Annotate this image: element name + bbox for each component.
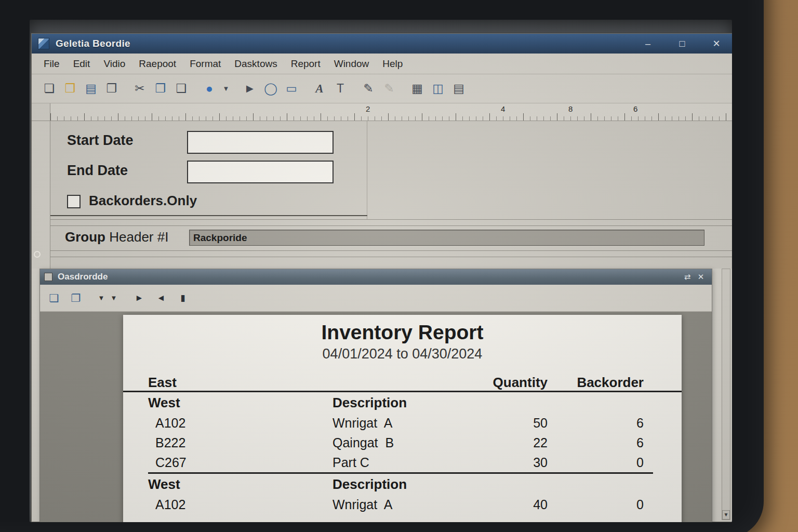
- preview-body: Inventory Report 04/01/2024 to 04/30/202…: [40, 312, 712, 522]
- menu-file[interactable]: File: [37, 55, 66, 73]
- page-dropdown-button[interactable]: ▼: [108, 288, 120, 309]
- preview-close-button[interactable]: ✕: [694, 272, 708, 282]
- scroll-down-button[interactable]: ▼: [722, 510, 730, 520]
- preview-toolbar: ❏ ❐ ▼ ▼ ► ◄ ▮: [40, 285, 712, 312]
- chevron-down-icon: ▼: [111, 294, 117, 302]
- main-toolbar: ❏ ❒ ▤ ❐ ✂ ❐ ❑ ● ▼ ► ◯ ▭ A T ✎ ✎ ▦ ◫ ▤: [32, 74, 732, 103]
- fill-color-button[interactable]: ●: [199, 78, 220, 100]
- pencil-icon: ✎: [363, 82, 373, 96]
- menu-window[interactable]: Window: [327, 55, 376, 73]
- preview-export-icon[interactable]: ⇄: [681, 272, 694, 282]
- shape-ellipse-button[interactable]: ◯: [260, 78, 281, 100]
- ruler-label: 8: [568, 104, 573, 113]
- close-button[interactable]: ✕: [709, 38, 724, 49]
- pointer-button[interactable]: ►: [240, 78, 260, 100]
- prev-page-button[interactable]: ◄: [150, 288, 172, 309]
- save-icon: ▤: [85, 82, 97, 96]
- italic-text-icon: A: [315, 82, 323, 96]
- image-button[interactable]: ◫: [428, 78, 448, 100]
- group-desc-label: Description: [332, 395, 479, 411]
- text-tool-button[interactable]: T: [330, 78, 351, 100]
- cell-description: Part C: [332, 455, 479, 470]
- end-date-label: End Date: [67, 163, 128, 179]
- menu-format[interactable]: Format: [183, 55, 228, 73]
- report-row: C267 Part C 30 0: [123, 453, 682, 472]
- page-setup-button[interactable]: ❐: [101, 78, 122, 100]
- ruler-label: 6: [633, 104, 637, 113]
- menu-report-tools[interactable]: Raepoot: [132, 55, 183, 73]
- cut-icon: ✂: [135, 82, 144, 96]
- cell-quantity: 30: [479, 455, 557, 470]
- minimize-button[interactable]: –: [641, 38, 655, 49]
- pencil-button[interactable]: ✎: [358, 78, 379, 100]
- report-button[interactable]: ▤: [448, 78, 469, 100]
- stop-icon: ▮: [180, 292, 185, 303]
- preview-title-bar[interactable]: Oasdrordde ⇄ ✕: [40, 269, 712, 285]
- pointer-icon: ►: [244, 82, 256, 96]
- preview-window-icon: [44, 273, 52, 281]
- text-tool-icon: T: [337, 82, 344, 96]
- new-document-icon: ❏: [44, 82, 55, 96]
- group-desc-label: Description: [332, 476, 479, 493]
- ruler-label: 2: [366, 104, 370, 113]
- print-report-icon: ❐: [71, 292, 81, 304]
- title-bar[interactable]: Geletia Beordie – □ ✕: [32, 34, 732, 54]
- cell-part: A102: [148, 497, 332, 512]
- italic-text-button[interactable]: A: [309, 78, 330, 100]
- menu-help[interactable]: Help: [376, 55, 409, 73]
- pencil-disabled-button[interactable]: ✎: [379, 78, 400, 100]
- new-document-button[interactable]: ❏: [39, 78, 60, 100]
- end-date-input[interactable]: [187, 161, 334, 183]
- cut-button[interactable]: ✂: [129, 78, 150, 100]
- cell-backorder: 0: [557, 497, 653, 512]
- menu-database[interactable]: Dasktows: [228, 55, 284, 73]
- start-date-label: Start Date: [67, 132, 134, 149]
- menu-edit[interactable]: Edit: [66, 55, 97, 73]
- cell-quantity: 40: [479, 497, 557, 512]
- paste-icon: ❑: [176, 82, 187, 96]
- table-button[interactable]: ▦: [407, 78, 428, 100]
- backorders-only-label: Backorders.Only: [89, 193, 197, 209]
- ruler-corner: [32, 103, 50, 121]
- menu-report[interactable]: Report: [284, 55, 327, 73]
- copy-button[interactable]: ❐: [150, 78, 171, 100]
- section-line: [50, 257, 732, 257]
- cell-part: C267: [148, 455, 332, 470]
- preview-window: Oasdrordde ⇄ ✕ ❏ ❐ ▼ ▼ ► ◄ ▮ Inventory R…: [39, 269, 712, 522]
- chevron-down-icon: ▼: [223, 85, 230, 92]
- shape-ellipse-icon: ◯: [264, 82, 277, 96]
- prev-page-icon: ◄: [157, 293, 166, 303]
- maximize-button[interactable]: □: [675, 38, 689, 49]
- pencil-disabled-icon: ✎: [384, 82, 394, 96]
- fill-color-dropdown-button[interactable]: ▼: [220, 78, 232, 100]
- section-line: [50, 215, 367, 216]
- export-report-button[interactable]: ❏: [43, 288, 65, 309]
- zoom-dropdown-button[interactable]: ▼: [95, 288, 108, 309]
- stop-button[interactable]: ▮: [172, 288, 194, 309]
- backorders-only-checkbox[interactable]: [67, 195, 81, 208]
- section-line: [50, 219, 732, 220]
- group-name: West: [148, 476, 332, 493]
- report-col-backorder: Backorder: [557, 375, 653, 391]
- open-folder-button[interactable]: ❒: [60, 78, 81, 100]
- cell-description: Wnrigat A: [332, 416, 479, 431]
- shape-rectangle-icon: ▭: [286, 82, 297, 96]
- app-window: Geletia Beordie – □ ✕ File Edit Vidio Ra…: [31, 33, 732, 522]
- cell-quantity: 50: [479, 416, 557, 431]
- paste-button[interactable]: ❑: [171, 78, 192, 100]
- window-controls: – □ ✕: [641, 38, 724, 49]
- group-field-box[interactable]: Rackporide: [189, 230, 704, 246]
- vertical-scrollbar[interactable]: ▼: [722, 269, 730, 520]
- menu-bar: File Edit Vidio Raepoot Format Dasktows …: [32, 54, 732, 74]
- save-button[interactable]: ▤: [81, 78, 101, 100]
- desk-background: Geletia Beordie – □ ✕ File Edit Vidio Ra…: [0, 0, 798, 532]
- chevron-down-icon: ▼: [98, 294, 105, 302]
- shape-rectangle-button[interactable]: ▭: [281, 78, 302, 100]
- next-page-button[interactable]: ►: [128, 288, 150, 309]
- section-line: [50, 225, 732, 226]
- menu-view[interactable]: Vidio: [97, 55, 132, 73]
- report-row: A102 Wnrigat A 40 0: [123, 495, 682, 514]
- start-date-input[interactable]: [187, 131, 334, 154]
- print-report-button[interactable]: ❐: [65, 288, 87, 309]
- report-date-range: 04/01/2024 to 04/30/2024: [123, 346, 682, 362]
